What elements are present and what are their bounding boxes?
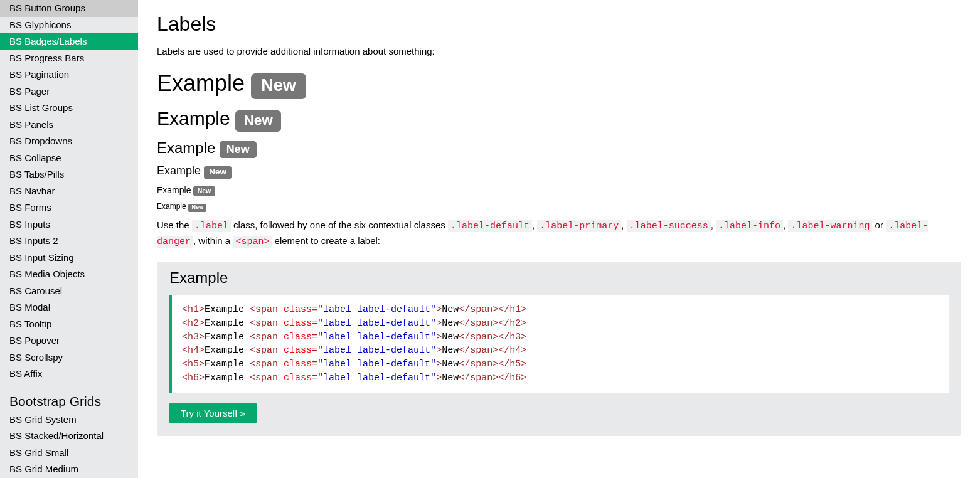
- example-text: Example: [157, 164, 201, 177]
- label-badge: New: [188, 204, 206, 212]
- sidebar-item[interactable]: BS Collapse: [0, 150, 138, 167]
- code-span: .label: [192, 220, 231, 232]
- code-span: .label-warning: [788, 220, 872, 232]
- example-box-title: Example: [169, 269, 949, 287]
- code-span: .label-success: [627, 220, 711, 232]
- code-span: .label-info: [716, 220, 783, 232]
- try-it-yourself-button[interactable]: Try it Yourself »: [169, 403, 257, 423]
- main-content: Labels Labels are used to provide additi…: [138, 0, 980, 478]
- example-h2: Example New: [157, 108, 961, 132]
- label-badge: New: [235, 110, 281, 132]
- sidebar-item[interactable]: BS Badges/Labels: [0, 33, 138, 50]
- sidebar-item[interactable]: BS Tooltip: [0, 316, 138, 333]
- sidebar-item[interactable]: BS Modal: [0, 299, 138, 316]
- sidebar-item[interactable]: BS Inputs: [0, 216, 138, 233]
- example-text: Example: [157, 108, 230, 129]
- sidebar: BS Button GroupsBS GlyphiconsBS Badges/L…: [0, 0, 138, 478]
- sidebar-item[interactable]: BS Grid Small: [0, 445, 138, 462]
- sidebar-item[interactable]: BS Grid System: [0, 412, 138, 428]
- sidebar-item[interactable]: BS Inputs 2: [0, 233, 138, 250]
- sidebar-item[interactable]: BS Stacked/Horizontal: [0, 428, 138, 445]
- sidebar-item[interactable]: BS Input Sizing: [0, 250, 138, 267]
- sidebar-item[interactable]: BS Media Objects: [0, 266, 138, 283]
- example-text: Example: [157, 185, 191, 195]
- sidebar-item[interactable]: BS Carousel: [0, 283, 138, 300]
- code-span: <span>: [233, 236, 272, 248]
- sidebar-item[interactable]: BS Tabs/Pills: [0, 166, 138, 183]
- description-text: Use the .label class, followed by one of…: [157, 218, 961, 249]
- sidebar-item[interactable]: BS Scrollspy: [0, 349, 138, 366]
- example-text: Example: [157, 139, 215, 156]
- sidebar-item[interactable]: BS List Groups: [0, 100, 138, 117]
- sidebar-item[interactable]: BS Pagination: [0, 66, 138, 83]
- code-block: <h1>Example <span class="label label-def…: [169, 295, 949, 393]
- code-span: .label-default: [448, 220, 532, 232]
- sidebar-item[interactable]: BS Popover: [0, 332, 138, 349]
- code-span: .label-primary: [537, 220, 621, 232]
- label-badge: New: [193, 186, 215, 196]
- sidebar-item[interactable]: BS Dropdowns: [0, 133, 138, 150]
- example-h3: Example New: [157, 139, 961, 158]
- sidebar-item[interactable]: BS Glyphicons: [0, 17, 138, 34]
- sidebar-item[interactable]: BS Pager: [0, 83, 138, 100]
- example-h5: Example New: [157, 185, 961, 196]
- example-text: Example: [157, 70, 245, 96]
- sidebar-item[interactable]: BS Navbar: [0, 183, 138, 200]
- example-h1: Example New: [157, 70, 961, 99]
- label-badge: New: [251, 73, 306, 98]
- example-h6: Example New: [157, 202, 961, 212]
- section-title: Labels: [157, 13, 961, 36]
- sidebar-item[interactable]: BS Button Groups: [0, 0, 138, 17]
- label-badge: New: [204, 166, 232, 179]
- label-badge: New: [220, 141, 257, 158]
- sidebar-item[interactable]: BS Progress Bars: [0, 50, 138, 67]
- sidebar-item[interactable]: BS Forms: [0, 199, 138, 216]
- sidebar-item[interactable]: BS Affix: [0, 366, 138, 383]
- sidebar-item[interactable]: BS Grid Medium: [0, 461, 138, 478]
- sidebar-heading: Bootstrap Grids: [0, 383, 138, 412]
- sidebar-item[interactable]: BS Panels: [0, 117, 138, 134]
- example-box: Example <h1>Example <span class="label l…: [157, 262, 961, 436]
- intro-text: Labels are used to provide additional in…: [157, 45, 961, 59]
- example-text: Example: [157, 202, 186, 211]
- example-h4: Example New: [157, 164, 961, 179]
